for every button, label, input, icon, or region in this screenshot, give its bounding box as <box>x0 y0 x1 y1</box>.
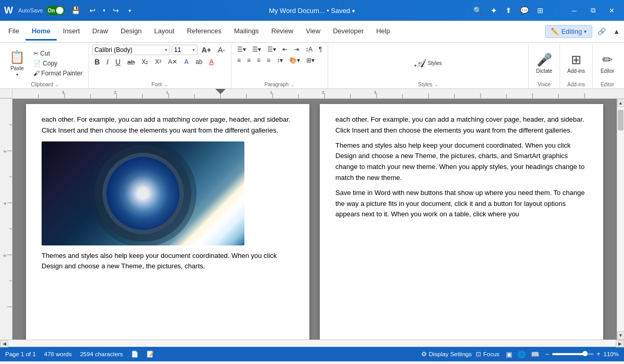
customize-qat-button[interactable]: ▾ <box>125 6 134 16</box>
editing-mode-button[interactable]: ✏️ Editing ▾ <box>545 25 592 38</box>
tab-review[interactable]: Review <box>265 23 300 41</box>
focus-button[interactable]: ⊡ Focus <box>476 350 499 358</box>
minimize-button[interactable]: ─ <box>566 2 582 19</box>
tab-home[interactable]: Home <box>25 23 57 41</box>
present-button[interactable]: ⊞ <box>534 4 547 17</box>
underline-button[interactable]: U <box>113 57 123 67</box>
character-count-status[interactable]: 2594 characters <box>80 350 123 358</box>
ribbon-tabs: File Home Insert Draw Design Layout Refe… <box>0 21 624 43</box>
tab-mailings[interactable]: Mailings <box>228 23 265 41</box>
tab-layout[interactable]: Layout <box>148 23 180 41</box>
text-highlight-button[interactable]: ab <box>193 57 205 67</box>
search-button[interactable]: 🔍 <box>470 4 485 17</box>
share-ribbon-button[interactable]: 🔗 <box>595 25 608 37</box>
font-name-dropdown[interactable]: Calibri (Body) ▾ <box>92 45 170 55</box>
align-right-button[interactable]: ≡ <box>254 56 263 65</box>
bullet-list-button[interactable]: ☰▾ <box>235 45 249 54</box>
cut-button[interactable]: ✂ Cut <box>31 49 85 58</box>
editor-button[interactable]: ✏ Editor <box>596 50 619 76</box>
paragraph-expand[interactable]: ⌄ <box>291 82 295 87</box>
undo-button[interactable]: ↩ <box>86 4 99 17</box>
scroll-track-v[interactable] <box>617 107 624 331</box>
font-expand[interactable]: ⌄ <box>164 82 168 87</box>
paste-button[interactable]: 📋 Paste ▾ <box>5 48 29 79</box>
scroll-left-button[interactable]: ◀ <box>0 340 8 347</box>
scroll-track-h[interactable] <box>8 340 616 347</box>
addins-button[interactable]: ⊞ Add-ins <box>563 50 589 76</box>
zoom-track[interactable] <box>552 353 594 355</box>
close-button[interactable]: ✕ <box>603 2 620 19</box>
styles-button[interactable]: 𝒜 Styles <box>408 55 449 72</box>
text-effects-button[interactable]: A <box>181 57 191 67</box>
sort-button[interactable]: ↕A <box>303 45 315 54</box>
share-button[interactable]: ⬆ <box>502 4 515 17</box>
read-mode-button[interactable]: 📖 <box>529 349 541 359</box>
subscript-button[interactable]: X₂ <box>139 57 151 67</box>
tab-references[interactable]: References <box>180 23 227 41</box>
ribbon-collapse-button[interactable]: ▲ <box>611 25 622 37</box>
proofing-status[interactable]: 📄 <box>131 350 138 358</box>
zoom-thumb[interactable] <box>582 351 588 356</box>
page-number-status[interactable]: Page 1 of 1 <box>5 350 36 358</box>
decrease-font-size-button[interactable]: A- <box>215 45 228 55</box>
camera-image <box>42 141 244 245</box>
strikethrough-button[interactable]: ab <box>125 57 137 67</box>
undo-dropdown[interactable]: ▾ <box>102 6 107 15</box>
copy-button[interactable]: 📄 Copy <box>31 59 85 68</box>
web-layout-button[interactable]: 🌐 <box>515 349 528 359</box>
account-button[interactable]: 👤 <box>549 4 564 17</box>
word-count-status[interactable]: 478 words <box>44 350 72 358</box>
paragraph-label: Paragraph ⌄ <box>235 82 324 88</box>
scroll-up-button[interactable]: ▲ <box>617 99 625 107</box>
increase-indent-button[interactable]: ⇥ <box>291 45 302 54</box>
paste-dropdown[interactable]: ▾ <box>16 72 18 77</box>
redo-button[interactable]: ↪ <box>110 4 122 17</box>
align-justify-button[interactable]: ≡ <box>264 56 273 65</box>
format-painter-button[interactable]: 🖌 Format Painter <box>31 69 85 78</box>
font-color-button[interactable]: A <box>206 57 216 67</box>
autosave-toggle[interactable]: On <box>46 6 65 15</box>
scroll-right-button[interactable]: ▶ <box>616 340 624 347</box>
zoom-in-button[interactable]: + <box>597 350 601 358</box>
font-size-dropdown[interactable]: 11 ▾ <box>172 45 198 55</box>
save-button[interactable]: 💾 <box>68 4 83 17</box>
italic-button[interactable]: I <box>104 57 111 67</box>
scroll-thumb-v[interactable] <box>618 110 623 131</box>
superscript-button[interactable]: X² <box>152 57 164 67</box>
zoom-out-button[interactable]: − <box>545 350 549 358</box>
tab-design[interactable]: Design <box>114 23 148 41</box>
tab-developer[interactable]: Developer <box>327 23 370 41</box>
tab-file[interactable]: File <box>2 23 25 41</box>
zoom-level[interactable]: 110% <box>604 351 619 357</box>
saved-dropdown[interactable]: ▾ <box>352 8 355 15</box>
align-left-button[interactable]: ≡ <box>235 56 243 65</box>
track-changes-status[interactable]: 📝 <box>147 350 154 358</box>
increase-font-size-button[interactable]: A+ <box>199 45 214 55</box>
multilevel-list-button[interactable]: ☰▾ <box>265 45 279 54</box>
borders-button[interactable]: ⊞▾ <box>304 56 317 65</box>
display-settings-button[interactable]: ⚙ Display Settings <box>421 350 472 358</box>
clear-formatting-button[interactable]: A✕ <box>165 57 180 67</box>
decrease-indent-button[interactable]: ⇤ <box>280 45 290 54</box>
dictate-button[interactable]: 🎤 Dictate <box>532 50 556 76</box>
line-spacing-button[interactable]: ↕▾ <box>274 56 285 65</box>
number-list-button[interactable]: ☰▾ <box>250 45 264 54</box>
clipboard-group: 📋 Paste ▾ ✂ Cut 📄 Copy 🖌 Format Painter … <box>2 44 89 88</box>
bold-button[interactable]: B <box>92 57 102 67</box>
tab-view[interactable]: View <box>300 23 327 41</box>
scroll-down-button[interactable]: ▼ <box>617 331 625 340</box>
copilot-button[interactable]: ✦ <box>487 4 500 18</box>
styles-expand[interactable]: ⌄ <box>434 82 438 87</box>
tab-draw[interactable]: Draw <box>86 23 114 41</box>
shading-button[interactable]: 🎨▾ <box>287 56 303 65</box>
restore-button[interactable]: ⧉ <box>584 2 601 19</box>
addins-icon: ⊞ <box>571 53 581 67</box>
clipboard-expand[interactable]: ⌄ <box>55 82 59 87</box>
tab-insert[interactable]: Insert <box>57 23 86 41</box>
scroll-area[interactable]: each other. For example, you can add a m… <box>12 99 617 340</box>
align-center-button[interactable]: ≡ <box>244 56 253 65</box>
comments-button[interactable]: 💬 <box>517 4 532 17</box>
tab-help[interactable]: Help <box>370 23 396 41</box>
show-paragraph-button[interactable]: ¶ <box>316 45 324 54</box>
print-layout-button[interactable]: ▣ <box>504 349 514 359</box>
